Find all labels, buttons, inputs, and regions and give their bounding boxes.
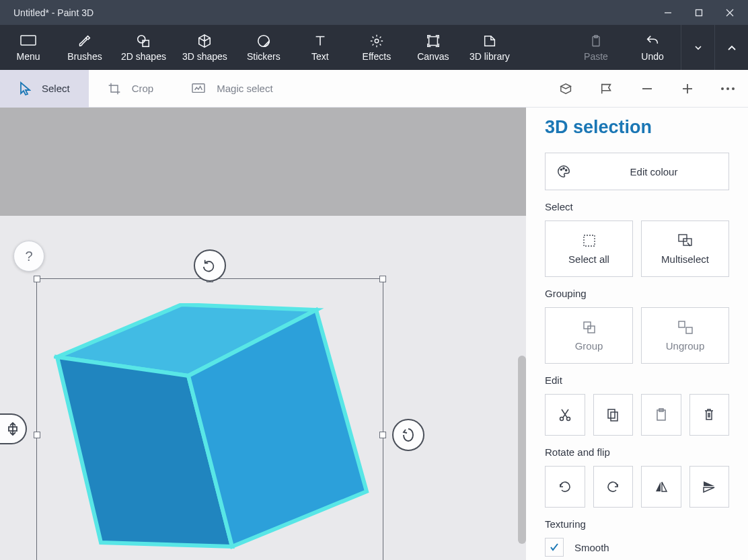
text-button[interactable]: Text xyxy=(292,25,348,70)
library3d-label: 3D library xyxy=(470,51,510,62)
rotate-ccw-icon xyxy=(558,479,572,494)
effects-icon xyxy=(369,34,384,48)
smooth-option[interactable]: Smooth xyxy=(545,538,729,557)
trash-icon xyxy=(704,407,714,422)
titlebar: Untitled* - Paint 3D xyxy=(0,0,748,25)
effects-button[interactable]: Effects xyxy=(348,25,405,70)
crop-label: Crop xyxy=(132,83,154,94)
svg-point-18 xyxy=(732,87,735,90)
view-3d-button[interactable] xyxy=(546,70,587,108)
svg-point-8 xyxy=(375,39,379,43)
delete-button[interactable] xyxy=(689,394,730,436)
handle-left[interactable] xyxy=(34,432,40,438)
rotate-z-handle[interactable] xyxy=(194,249,226,282)
handle-top-left[interactable] xyxy=(34,276,40,282)
panel-title: 3D selection xyxy=(545,117,729,138)
select-all-button[interactable]: Select all xyxy=(545,221,633,277)
select-tool[interactable]: Select xyxy=(0,70,89,108)
svg-rect-30 xyxy=(584,322,591,329)
scissors-icon xyxy=(559,407,571,422)
canvas-area[interactable]: ? xyxy=(0,108,526,560)
shapes2d-label: 2D shapes xyxy=(121,51,166,62)
brushes-label: Brushes xyxy=(67,51,102,62)
crop-icon xyxy=(108,82,121,95)
handle-right[interactable] xyxy=(379,432,386,438)
crop-tool[interactable]: Crop xyxy=(89,70,173,108)
multiselect-button[interactable]: Multiselect xyxy=(641,221,729,277)
svg-point-24 xyxy=(560,169,562,170)
brushes-button[interactable]: Brushes xyxy=(57,25,113,70)
copy-icon xyxy=(607,407,619,422)
rotate-section-label: Rotate and flip xyxy=(545,446,729,458)
rotate-ccw-button[interactable] xyxy=(545,466,585,508)
flag-icon xyxy=(599,82,614,95)
collapse-ribbon[interactable] xyxy=(714,25,748,70)
canvas-scrollbar[interactable] xyxy=(518,356,526,544)
text-icon xyxy=(313,34,328,48)
rotate-y-handle[interactable] xyxy=(392,419,424,451)
handle-top-right[interactable] xyxy=(379,276,386,282)
menu-icon xyxy=(20,34,36,48)
stickers-button[interactable]: Stickers xyxy=(235,25,292,70)
select-label: Select xyxy=(42,83,70,94)
undo-icon xyxy=(645,34,660,48)
select-all-icon xyxy=(583,233,596,248)
undo-button[interactable]: Undo xyxy=(624,25,681,70)
svg-rect-12 xyxy=(192,83,204,92)
rotate-cw-button[interactable] xyxy=(593,466,634,508)
more-button[interactable] xyxy=(708,70,748,108)
close-button[interactable] xyxy=(714,0,745,25)
canvas-button[interactable]: Canvas xyxy=(405,25,461,70)
library3d-icon xyxy=(482,34,497,48)
panel-paste-button xyxy=(641,394,681,436)
menu-button[interactable]: Menu xyxy=(0,25,57,70)
stickers-label: Stickers xyxy=(247,51,280,62)
magic-select-icon xyxy=(191,83,206,95)
svg-rect-33 xyxy=(686,327,692,333)
zoom-out-button[interactable] xyxy=(627,70,667,108)
svg-rect-9 xyxy=(428,36,437,45)
flip-v-icon xyxy=(702,479,716,494)
magic-select-tool[interactable]: Magic select xyxy=(172,70,291,108)
cut-button[interactable] xyxy=(545,394,585,436)
flip-vertical-button[interactable] xyxy=(689,466,730,508)
paste-icon xyxy=(589,34,603,48)
shapes3d-label: 3D shapes xyxy=(182,51,227,62)
help-bubble[interactable]: ? xyxy=(13,241,44,272)
minimize-button[interactable] xyxy=(652,0,683,25)
svg-rect-37 xyxy=(611,412,618,421)
maximize-button[interactable] xyxy=(683,0,714,25)
cursor-icon xyxy=(19,81,31,96)
minus-icon xyxy=(640,82,654,95)
svg-point-17 xyxy=(726,87,729,90)
group-label: Group xyxy=(575,340,603,352)
smooth-label: Smooth xyxy=(574,542,609,553)
flip-horizontal-button[interactable] xyxy=(641,466,681,508)
multiselect-label: Multiselect xyxy=(661,253,709,265)
shapes3d-button[interactable]: 3D shapes xyxy=(174,25,235,70)
perspective-button[interactable] xyxy=(587,70,627,108)
ellipsis-icon xyxy=(720,87,735,91)
shapes2d-button[interactable]: 2D shapes xyxy=(113,25,174,70)
plus-icon xyxy=(681,82,694,95)
svg-point-26 xyxy=(566,169,567,171)
shapes2d-icon xyxy=(136,34,151,48)
svg-rect-36 xyxy=(608,409,615,418)
svg-rect-6 xyxy=(143,40,149,46)
history-dropdown[interactable] xyxy=(681,25,714,70)
smooth-checkbox[interactable] xyxy=(545,538,564,557)
svg-point-25 xyxy=(563,167,564,169)
paste-button: Paste xyxy=(568,25,624,70)
svg-rect-29 xyxy=(683,239,691,245)
menu-label: Menu xyxy=(16,51,40,62)
svg-rect-1 xyxy=(696,9,702,15)
selection-box[interactable] xyxy=(36,278,383,560)
zoom-in-button[interactable] xyxy=(667,70,708,108)
edit-section-label: Edit xyxy=(545,374,729,386)
copy-button[interactable] xyxy=(593,394,634,436)
magic-select-label: Magic select xyxy=(217,83,272,94)
library3d-button[interactable]: 3D library xyxy=(461,25,518,70)
view-3d-icon xyxy=(559,82,574,95)
edit-colour-button[interactable]: Edit colour xyxy=(545,153,729,190)
brush-icon xyxy=(77,34,92,48)
